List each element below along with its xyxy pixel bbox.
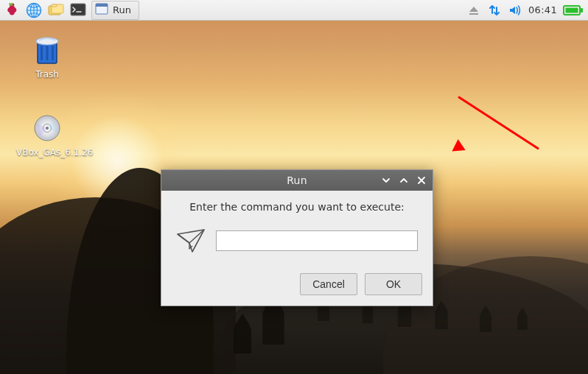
dialog-prompt: Enter the command you want to execute: [173,201,421,213]
run-dialog: Run Enter the command you want to execut… [161,169,433,306]
svg-rect-19 [581,8,583,13]
desktop-icon-label: Trash [16,69,78,80]
command-input[interactable] [216,230,418,251]
ok-button[interactable]: OK [365,273,422,295]
window-close-icon[interactable] [415,174,428,187]
paper-plane-icon [176,226,206,255]
trash-icon [29,32,65,68]
svg-rect-12 [52,4,57,7]
window-icon [95,3,108,17]
disc-icon [29,110,65,146]
volume-icon[interactable] [508,3,522,18]
menu-raspberry-icon[interactable] [3,1,21,19]
network-updown-icon[interactable] [487,3,502,18]
file-manager-icon[interactable] [47,1,65,19]
svg-rect-3 [52,46,54,60]
svg-rect-18 [566,7,578,13]
web-browser-icon[interactable] [25,1,43,19]
window-maximize-icon[interactable] [397,174,410,187]
eject-icon[interactable] [466,3,481,18]
svg-rect-16 [469,13,478,15]
clock[interactable]: 06:41 [528,4,557,15]
desktop-icon-trash[interactable]: Trash [16,32,78,80]
desktop-icon-disc[interactable]: VBox_GAs_6.1.26 [16,110,78,158]
svg-rect-15 [96,4,108,7]
svg-rect-2 [46,46,49,60]
taskbar: Run 06:41 [0,0,588,21]
terminal-icon[interactable] [69,1,87,19]
svg-rect-13 [71,4,85,15]
screen: Trash VBox_GAs_6.1.26 [0,0,588,374]
taskbar-task-label: Run [113,4,131,15]
taskbar-task-run[interactable]: Run [91,1,139,20]
battery-icon[interactable] [563,3,584,18]
cancel-button[interactable]: Cancel [300,273,357,295]
window-minimize-icon[interactable] [379,174,393,187]
desktop-icon-label: VBox_GAs_6.1.26 [16,147,78,158]
svg-rect-1 [41,46,43,60]
dialog-titlebar[interactable]: Run [161,170,433,191]
